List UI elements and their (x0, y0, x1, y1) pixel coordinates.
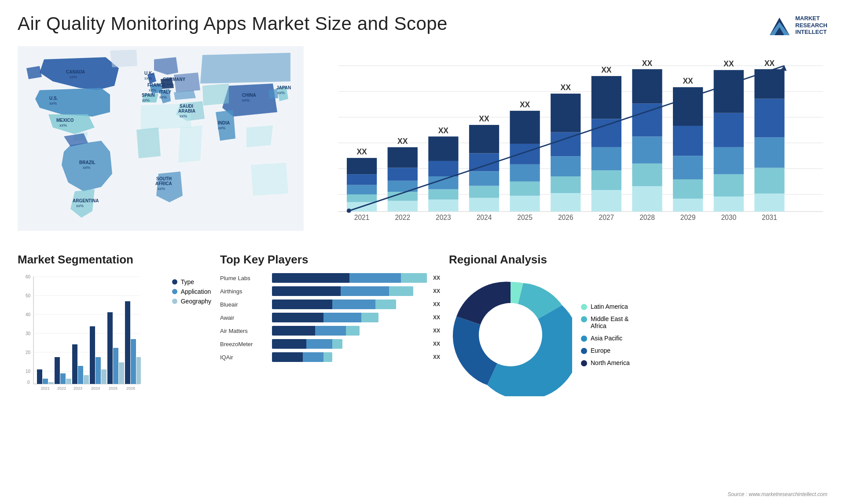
logo: MARKET RESEARCH INTELLECT (768, 13, 827, 37)
player-bar-segment (303, 352, 323, 362)
player-bar-segment (272, 313, 323, 322)
svg-point-129 (479, 303, 542, 366)
map-value-saudi: xx% (180, 114, 187, 118)
svg-point-78 (347, 208, 351, 213)
svg-rect-49 (592, 119, 621, 147)
svg-rect-41 (551, 176, 580, 193)
svg-rect-56 (632, 69, 662, 103)
svg-rect-68 (714, 70, 744, 113)
svg-rect-60 (673, 156, 703, 179)
svg-text:XX: XX (438, 126, 449, 135)
legend-application: Application (172, 288, 211, 295)
svg-rect-35 (510, 182, 540, 196)
players-list: Plume LabsXXAirthingsXXBlueairXXAwairXXA… (220, 273, 440, 362)
svg-text:30: 30 (26, 331, 31, 336)
svg-text:2026: 2026 (558, 214, 573, 221)
svg-text:XX: XX (561, 83, 571, 92)
svg-rect-62 (673, 87, 703, 126)
svg-rect-106 (43, 379, 48, 384)
legend-geography: Geography (172, 298, 211, 305)
svg-rect-117 (107, 312, 113, 384)
svg-rect-52 (632, 186, 662, 212)
svg-rect-25 (428, 161, 458, 176)
player-bar-segment (349, 273, 401, 283)
player-bar-segment (272, 352, 303, 362)
player-value: XX (433, 354, 440, 360)
svg-rect-112 (78, 366, 83, 384)
segmentation-section: Market Segmentation 60 50 40 30 20 10 0 (18, 253, 211, 438)
player-bar-segment (375, 299, 396, 309)
svg-rect-70 (754, 194, 784, 212)
world-map: CANADA xx% U.S. xx% MEXICO xx% BRAZIL xx… (18, 46, 304, 231)
svg-text:XX: XX (520, 100, 530, 109)
svg-text:XX: XX (479, 114, 489, 123)
svg-rect-46 (592, 190, 621, 212)
map-label-uk: U.K. (144, 71, 153, 76)
player-bar (272, 352, 332, 362)
player-bar-segment (361, 313, 378, 322)
svg-rect-36 (510, 164, 540, 182)
application-dot (172, 289, 177, 294)
mea-dot (581, 316, 587, 322)
player-bar-segment (272, 286, 341, 296)
player-bar-segment (272, 273, 349, 283)
map-value-mexico: xx% (59, 123, 67, 128)
svg-rect-30 (469, 171, 499, 186)
svg-rect-109 (60, 373, 66, 384)
svg-rect-65 (714, 174, 744, 197)
player-bar-container (272, 299, 427, 309)
svg-text:2021: 2021 (354, 214, 370, 221)
svg-rect-48 (592, 147, 621, 171)
svg-text:2028: 2028 (639, 214, 655, 221)
map-label-india: INDIA (218, 121, 230, 125)
map-value-india: xx% (218, 126, 225, 130)
regional-section: Regional Analysis (449, 253, 827, 438)
player-bar-segment (323, 313, 361, 322)
player-row: IQAirXX (220, 352, 440, 362)
northamerica-dot (581, 360, 587, 366)
map-section: CANADA xx% U.S. xx% MEXICO xx% BRAZIL xx… (18, 46, 304, 240)
svg-text:2025: 2025 (109, 386, 118, 391)
svg-rect-23 (428, 189, 458, 199)
svg-text:XX: XX (601, 66, 612, 74)
player-bar-segment (341, 286, 389, 296)
map-label-mexico: MEXICO (56, 118, 74, 123)
player-name: Blueair (220, 301, 268, 308)
map-label-germany: GERMANY (163, 77, 185, 82)
key-players-section: Top Key Players Plume LabsXXAirthingsXXB… (220, 253, 440, 438)
northamerica-label: North America (591, 359, 630, 366)
regional-donut (449, 273, 572, 396)
player-name: Air Matters (220, 328, 268, 334)
svg-text:2022: 2022 (395, 214, 410, 221)
svg-text:XX: XX (356, 147, 367, 156)
bottom-row: Market Segmentation 60 50 40 30 20 10 0 (18, 253, 827, 438)
player-name: BreezoMeter (220, 341, 268, 347)
svg-text:XX: XX (724, 59, 734, 68)
svg-rect-118 (113, 348, 118, 384)
player-bar-container (272, 326, 427, 336)
segmentation-title: Market Segmentation (18, 253, 211, 267)
player-row: BreezoMeterXX (220, 339, 440, 349)
map-label-southafrica: SOUTH (156, 176, 172, 181)
svg-rect-114 (90, 326, 95, 384)
growth-bar-chart: XX XX XX XX (312, 46, 827, 240)
map-label-brazil: BRAZIL (79, 160, 96, 165)
logo-line3: INTELLECT (795, 29, 827, 36)
svg-rect-38 (510, 111, 540, 144)
latin-label: Latin America (591, 303, 628, 310)
map-label-saudi2: ARABIA (178, 109, 195, 113)
svg-rect-110 (66, 379, 71, 384)
svg-rect-16 (388, 201, 418, 212)
map-label-japan: JAPAN (276, 85, 291, 90)
asia-dot (581, 336, 587, 342)
map-value-us: xx% (49, 101, 57, 106)
regional-container: Latin America Middle East &Africa Asia P… (449, 273, 827, 396)
svg-rect-67 (714, 113, 744, 147)
svg-text:2022: 2022 (57, 386, 66, 391)
legend-northamerica: North America (581, 359, 630, 366)
player-bar-container (272, 286, 427, 296)
legend-type: Type (172, 278, 211, 285)
player-bar (272, 286, 413, 296)
svg-text:2029: 2029 (680, 214, 696, 221)
svg-rect-54 (632, 136, 662, 163)
